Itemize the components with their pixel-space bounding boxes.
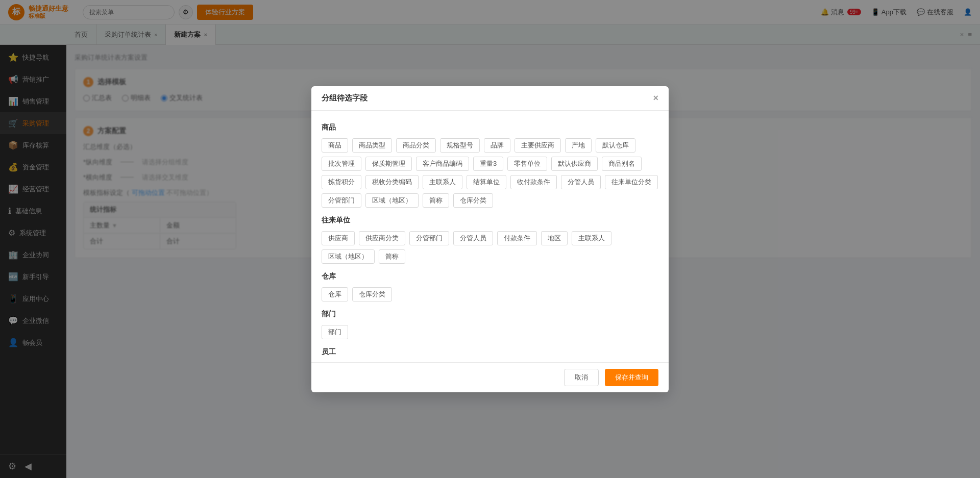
field-group-1: 供应商供应商分类分管部门分管人员付款条件地区主联系人区域（地区）简称 xyxy=(322,231,658,264)
field-tag-0-8[interactable]: 批次管理 xyxy=(322,157,361,171)
field-group-3: 部门 xyxy=(322,325,658,339)
section-title-1: 往来单位 xyxy=(322,216,658,225)
dialog-close-btn[interactable]: × xyxy=(653,93,658,103)
dialog-section-0: 商品商品商品类型商品分类规格型号品牌主要供应商产地默认仓库批次管理保质期管理客户… xyxy=(322,123,658,208)
section-title-4: 员工 xyxy=(322,347,658,357)
field-tag-0-1[interactable]: 商品类型 xyxy=(352,138,392,153)
field-tag-0-15[interactable]: 拣货积分 xyxy=(322,175,361,189)
field-tag-0-6[interactable]: 产地 xyxy=(565,138,592,153)
dialog-footer: 取消 保存并查询 xyxy=(311,362,669,392)
field-tag-0-9[interactable]: 保质期管理 xyxy=(365,157,412,171)
field-tag-1-0[interactable]: 供应商 xyxy=(322,231,355,245)
field-tag-0-12[interactable]: 零售单位 xyxy=(507,157,547,171)
section-title-0: 商品 xyxy=(322,123,658,132)
dialog-overlay: 分组待选字段 × 商品商品商品类型商品分类规格型号品牌主要供应商产地默认仓库批次… xyxy=(0,0,980,478)
field-tag-1-1[interactable]: 供应商分类 xyxy=(359,231,405,245)
dialog-section-3: 部门部门 xyxy=(322,310,658,339)
field-tag-0-13[interactable]: 默认供应商 xyxy=(551,157,598,171)
field-tag-1-5[interactable]: 地区 xyxy=(541,231,568,245)
dialog-section-2: 仓库仓库仓库分类 xyxy=(322,272,658,301)
cancel-button[interactable]: 取消 xyxy=(564,369,599,386)
section-title-3: 部门 xyxy=(322,310,658,319)
field-group-0: 商品商品类型商品分类规格型号品牌主要供应商产地默认仓库批次管理保质期管理客户商品… xyxy=(322,138,658,208)
field-tag-0-19[interactable]: 收付款条件 xyxy=(510,175,557,189)
field-tag-1-8[interactable]: 简称 xyxy=(379,249,405,264)
field-tag-0-16[interactable]: 税收分类编码 xyxy=(365,175,419,189)
dialog-header: 分组待选字段 × xyxy=(311,86,669,111)
dialog-section-4: 员工业务员 xyxy=(322,347,658,362)
field-tag-0-18[interactable]: 结算单位 xyxy=(467,175,506,189)
field-tag-0-4[interactable]: 品牌 xyxy=(484,138,510,153)
field-tag-0-3[interactable]: 规格型号 xyxy=(440,138,480,153)
field-tag-0-7[interactable]: 默认仓库 xyxy=(596,138,635,153)
dialog-body[interactable]: 商品商品商品类型商品分类规格型号品牌主要供应商产地默认仓库批次管理保质期管理客户… xyxy=(311,111,669,362)
field-tag-2-0[interactable]: 仓库 xyxy=(322,287,348,301)
field-tag-0-24[interactable]: 简称 xyxy=(423,193,449,208)
field-tag-2-1[interactable]: 仓库分类 xyxy=(352,287,392,301)
field-tag-0-0[interactable]: 商品 xyxy=(322,138,348,153)
dialog-section-1: 往来单位供应商供应商分类分管部门分管人员付款条件地区主联系人区域（地区）简称 xyxy=(322,216,658,264)
field-group-2: 仓库仓库分类 xyxy=(322,287,658,301)
dialog-title: 分组待选字段 xyxy=(322,93,368,103)
save-query-button[interactable]: 保存并查询 xyxy=(605,369,658,386)
field-tag-0-11[interactable]: 重量3 xyxy=(473,157,503,171)
field-tag-1-7[interactable]: 区域（地区） xyxy=(322,249,375,264)
field-tag-3-0[interactable]: 部门 xyxy=(322,325,348,339)
field-tag-1-3[interactable]: 分管人员 xyxy=(453,231,493,245)
section-title-2: 仓库 xyxy=(322,272,658,281)
field-tag-0-2[interactable]: 商品分类 xyxy=(396,138,436,153)
field-select-dialog: 分组待选字段 × 商品商品商品类型商品分类规格型号品牌主要供应商产地默认仓库批次… xyxy=(311,86,669,392)
field-tag-0-20[interactable]: 分管人员 xyxy=(561,175,601,189)
field-tag-0-23[interactable]: 区域（地区） xyxy=(365,193,419,208)
field-tag-0-5[interactable]: 主要供应商 xyxy=(514,138,561,153)
field-tag-0-14[interactable]: 商品别名 xyxy=(602,157,642,171)
field-tag-0-22[interactable]: 分管部门 xyxy=(322,193,361,208)
field-tag-0-10[interactable]: 客户商品编码 xyxy=(416,157,469,171)
field-tag-1-4[interactable]: 付款条件 xyxy=(497,231,537,245)
field-tag-1-2[interactable]: 分管部门 xyxy=(409,231,449,245)
field-tag-0-21[interactable]: 往来单位分类 xyxy=(605,175,658,189)
field-tag-0-17[interactable]: 主联系人 xyxy=(423,175,462,189)
field-tag-0-25[interactable]: 仓库分类 xyxy=(453,193,493,208)
field-tag-1-6[interactable]: 主联系人 xyxy=(572,231,611,245)
